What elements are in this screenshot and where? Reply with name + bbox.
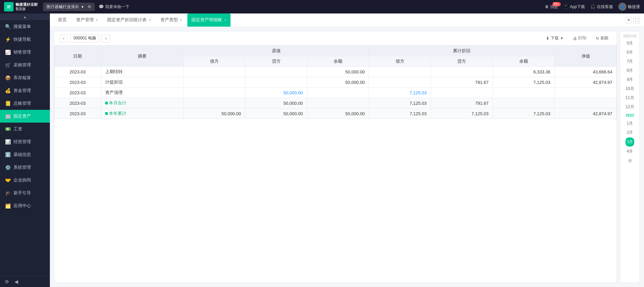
appcenter-icon: 🗂️ <box>5 203 11 209</box>
dep-debit-header: 借方 <box>369 56 431 67</box>
tab-close-asset-type[interactable]: × <box>180 18 182 22</box>
timeline-year1: 2023.03 <box>623 33 637 39</box>
timeline-month-10月[interactable]: 10月 <box>624 84 635 93</box>
data-table-scroll[interactable]: 日期 摘要 原值 累计折旧 净值 借方 贷方 余额 借方 <box>54 45 617 283</box>
table-row: 2023-03 本月合计 50,000.00 7,125.03 791.67 <box>55 98 617 108</box>
timeline-month-11月[interactable]: 11月 <box>624 93 635 102</box>
sidebar-item-salary[interactable]: 💵 工资 <box>0 123 50 135</box>
cell-net-value <box>555 88 617 98</box>
sidebar-label-sales: 销售管理 <box>13 49 31 55</box>
tab-depreciation-stat[interactable]: 固定资产折旧统计表× <box>103 13 155 27</box>
refresh-btn[interactable]: ↻ 刷新 <box>593 34 611 42</box>
cell-dep-balance <box>493 88 555 98</box>
table-row: 2023-03 计提折旧 50,000.00 791.67 7,125.03 4… <box>55 77 617 88</box>
tab-close-asset-mgmt[interactable]: × <box>96 18 98 22</box>
customer-service-btn[interactable]: 🎧 在线客服 <box>590 4 613 10</box>
timeline-month-7月[interactable]: 7月 <box>624 57 635 66</box>
tab-home[interactable]: 首页 <box>54 13 71 27</box>
timeline-month-4月[interactable]: 4月 <box>624 147 636 156</box>
timeline-month-3月[interactable]: 3月 <box>625 137 635 147</box>
messages-btn[interactable]: 🖥 消息 99+ <box>545 4 558 10</box>
avatar: 👤 <box>618 3 626 11</box>
sidebar-item-sysadmin[interactable]: ⚙️ 系统管理 <box>0 161 50 174</box>
sidebar-item-guide[interactable]: 🎓 新手引导 <box>0 187 50 199</box>
sidebar-label-operations: 经营管理 <box>13 139 31 145</box>
print-btn[interactable]: 🖨 打印 <box>570 34 589 42</box>
cell-dep-balance <box>493 98 555 108</box>
tab-close-asset-detail[interactable]: × <box>224 18 226 22</box>
sidebar-scroll-up[interactable]: ▲ <box>0 13 50 20</box>
settings-icon[interactable]: ⚙ <box>88 4 91 9</box>
tab-asset-type[interactable]: 资产类型× <box>156 13 186 27</box>
download-icon: ⬇ <box>546 36 549 41</box>
cell-dep-debit: 7,125.03 <box>369 108 431 119</box>
avatar-icon: 👤 <box>620 5 625 9</box>
refresh-icon: ↻ <box>596 36 599 41</box>
timeline-month-9月[interactable]: 9月 <box>624 75 635 84</box>
refresh-label: 刷新 <box>601 35 609 41</box>
sidebar-footer: ⚙ ◀ <box>0 276 50 287</box>
tab-close-depreciation-stat[interactable]: × <box>149 18 151 22</box>
sidebar-label-search: 搜索菜单 <box>13 24 31 30</box>
cell-orig-balance <box>307 88 369 98</box>
company-selector[interactable]: 医疗器械行业演示 ▼ ⚙ <box>43 3 95 11</box>
window-expand-btn[interactable]: ⛶ <box>633 17 640 24</box>
cell-orig-balance: 50,000.00 <box>307 77 369 88</box>
sidebar-label-inventory: 库存核算 <box>13 75 31 81</box>
sidebar-item-quicknav[interactable]: ⚡ 快捷导航 <box>0 33 50 46</box>
cell-orig-balance: 50,000.00 <box>307 67 369 77</box>
quicknav-icon: ⚡ <box>5 36 11 42</box>
next-asset-btn[interactable]: › <box>102 34 110 42</box>
sidebar-item-purchase[interactable]: 🛒 采购管理 <box>0 59 50 71</box>
cell-dep-debit: 7,125.03 <box>369 98 431 108</box>
download-btn[interactable]: ⬇ 下载 ▼ <box>543 34 566 42</box>
cell-net-value <box>555 98 617 108</box>
timeline-expand-icon[interactable]: ⊕ <box>626 156 634 165</box>
tab-asset-mgmt[interactable]: 资产管理× <box>72 13 102 27</box>
fixedassets-icon: 🏢 <box>5 113 11 119</box>
timeline-month-6月[interactable]: 6月 <box>624 48 635 57</box>
sidebar-item-cooperation[interactable]: 🤝 企业协同 <box>0 174 50 187</box>
sidebar-item-search[interactable]: 🔍 搜索菜单 <box>0 20 50 33</box>
download-label: 下载 <box>551 35 559 41</box>
tab-label-asset-mgmt: 资产管理 <box>76 17 94 23</box>
timeline-year-label[interactable]: 2023 <box>620 111 640 119</box>
sidebar-item-fixedassets[interactable]: 🏢 固定资产 <box>0 110 50 123</box>
cell-orig-debit <box>183 67 245 77</box>
sidebar-item-sales[interactable]: 📈 销售管理 <box>0 46 50 59</box>
sidebar-collapse-icon[interactable]: ◀ <box>14 279 18 284</box>
cell-orig-credit <box>245 77 307 88</box>
sidebar-item-operations[interactable]: 📊 经营管理 <box>0 135 50 148</box>
experience-btn[interactable]: 💬 我要体验一下 <box>99 4 129 10</box>
timeline-month-8月[interactable]: 8月 <box>624 66 635 75</box>
experience-label: 我要体验一下 <box>105 4 129 10</box>
cell-orig-credit: 50,000.00 <box>245 98 307 108</box>
sidebar-item-funds[interactable]: 💰 资金管理 <box>0 84 50 97</box>
cell-date: 2023-03 <box>55 67 101 77</box>
cell-dep-debit <box>369 77 431 88</box>
sidebar-item-appcenter[interactable]: 🗂️ 应用中心 <box>0 199 50 212</box>
cell-summary: 资产清理 <box>101 88 183 98</box>
timeline-month-1月[interactable]: 1月 <box>624 119 636 128</box>
toolbar-actions: ⬇ 下载 ▼ 🖨 打印 ↻ 刷新 <box>543 34 611 42</box>
tab-label-home: 首页 <box>58 17 67 23</box>
sidebar-label-sysadmin: 系统管理 <box>13 164 31 170</box>
timeline-month-5月[interactable]: 5月 <box>624 39 635 48</box>
cell-summary: 本月合计 <box>101 98 183 108</box>
sidebar-label-salary: 工资 <box>13 126 22 132</box>
sidebar-item-inventory[interactable]: 📦 库存核算 <box>0 71 50 84</box>
sidebar-item-ledger[interactable]: 📒 总账管理 <box>0 97 50 110</box>
print-icon: 🖨 <box>573 36 577 41</box>
tab-asset-detail[interactable]: 固定资产明细账× <box>187 13 230 27</box>
messages-badge: 99+ <box>552 2 561 6</box>
window-close-btn[interactable]: ✕ <box>625 17 632 24</box>
timeline-month-12月[interactable]: 12月 <box>624 102 635 111</box>
timeline-month-2月[interactable]: 2月 <box>624 128 636 137</box>
sidebar-item-basicinfo[interactable]: ℹ️ 基础信息 <box>0 148 50 161</box>
sidebar-label-fixedassets: 固定资产 <box>13 113 31 119</box>
user-menu[interactable]: 👤 畅捷通 <box>618 3 640 11</box>
dep-credit-header: 贷方 <box>431 56 493 67</box>
sidebar-settings-icon[interactable]: ⚙ <box>5 279 9 284</box>
app-download-btn[interactable]: 📱 App下载 <box>563 4 585 10</box>
prev-asset-btn[interactable]: ‹ <box>60 34 68 42</box>
